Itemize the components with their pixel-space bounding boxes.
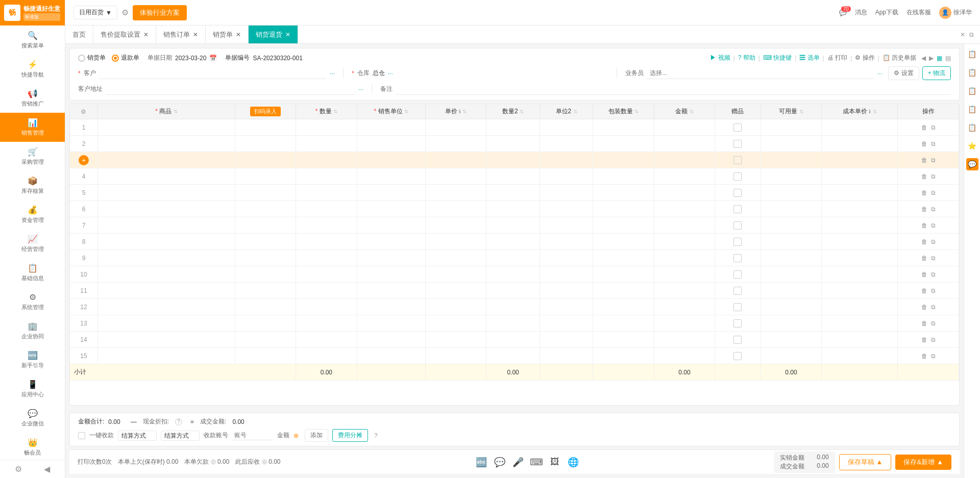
app-download-link[interactable]: App下载 bbox=[875, 8, 898, 17]
sidebar-item-basic[interactable]: 📋 基础信息 bbox=[0, 258, 65, 287]
gift-checkbox-11[interactable] bbox=[733, 287, 742, 295]
sort-icon-unit[interactable]: ⇅ bbox=[404, 109, 408, 114]
price-cell-13[interactable] bbox=[425, 315, 486, 332]
tab-sales[interactable]: 销货单 ✕ bbox=[206, 26, 249, 44]
calc-method-select[interactable]: 结算方式 bbox=[161, 431, 200, 441]
product-cell-1[interactable] bbox=[97, 119, 235, 136]
tab-price-settings[interactable]: 售价提取设置 ✕ bbox=[93, 26, 156, 44]
copy-icon-12[interactable]: ⧉ bbox=[931, 304, 936, 311]
account-input[interactable] bbox=[232, 431, 273, 440]
unit2-cell-2[interactable] bbox=[540, 136, 593, 152]
pkg-cell-15[interactable] bbox=[593, 348, 654, 364]
gift-cell-1[interactable] bbox=[715, 119, 761, 136]
amount-cell-6[interactable] bbox=[654, 201, 715, 217]
gift-cell-11[interactable] bbox=[715, 283, 761, 299]
gift-cell-4[interactable] bbox=[715, 168, 761, 185]
delete-icon-6[interactable]: 🗑 bbox=[921, 206, 927, 213]
copy-icon-2[interactable]: ⧉ bbox=[931, 140, 936, 147]
product-cell-4[interactable] bbox=[97, 168, 235, 185]
qty2-cell-4[interactable] bbox=[486, 168, 540, 185]
qty2-cell-1[interactable] bbox=[486, 119, 540, 136]
amount-cell-7[interactable] bbox=[654, 217, 715, 234]
sidebar-item-wechat[interactable]: 💬 企业微信 bbox=[0, 404, 65, 433]
settings-bottom-btn[interactable]: ⚙ bbox=[15, 464, 22, 474]
pkg-cell-1[interactable] bbox=[593, 119, 654, 136]
unit2-cell-5[interactable] bbox=[540, 185, 593, 201]
cost-cell-15[interactable] bbox=[822, 348, 898, 364]
qty2-cell-5[interactable] bbox=[486, 185, 540, 201]
delete-icon-15[interactable]: 🗑 bbox=[921, 353, 927, 360]
close-icon[interactable]: ✕ bbox=[285, 31, 290, 38]
sidebar-item-shortcut[interactable]: ⚡ 快捷导航 bbox=[0, 55, 65, 84]
qty-cell-1[interactable] bbox=[296, 119, 357, 136]
sidebar-item-guide[interactable]: 🆕 新手引导 bbox=[0, 345, 65, 374]
copy-icon-13[interactable]: ⧉ bbox=[931, 320, 936, 327]
save-new-btn[interactable]: 保存&新增 ▲ bbox=[895, 455, 951, 470]
sort-icon-qty[interactable]: ⇅ bbox=[333, 109, 337, 114]
amount-cell-5[interactable] bbox=[654, 185, 715, 201]
sort-icon-price[interactable]: ⇅ bbox=[462, 109, 467, 114]
unit2-cell-8[interactable] bbox=[540, 234, 593, 250]
customer-dots[interactable]: ··· bbox=[330, 70, 335, 77]
qty2-cell-12[interactable] bbox=[486, 299, 540, 315]
sort-icon-unit2[interactable]: ⇅ bbox=[573, 109, 577, 114]
unit2-cell-1[interactable] bbox=[540, 119, 593, 136]
sidebar-item-ops[interactable]: 📈 经营管理 bbox=[0, 229, 65, 258]
cost-cell-13[interactable] bbox=[822, 315, 898, 332]
gift-checkbox-3[interactable] bbox=[733, 156, 742, 164]
qty-cell-12[interactable] bbox=[296, 299, 357, 315]
amount-cell-10[interactable] bbox=[654, 266, 715, 283]
price-cell-7[interactable] bbox=[425, 217, 486, 234]
amount-cell-1[interactable] bbox=[654, 119, 715, 136]
address-input[interactable] bbox=[106, 83, 355, 95]
sidebar-item-search[interactable]: 🔍 搜索菜单 bbox=[0, 26, 65, 55]
gift-cell-14[interactable] bbox=[715, 332, 761, 348]
product-cell-6[interactable] bbox=[97, 201, 235, 217]
delete-icon-8[interactable]: 🗑 bbox=[921, 238, 927, 245]
unit-cell-4[interactable] bbox=[357, 168, 425, 185]
sort-icon-cost[interactable]: ⇅ bbox=[873, 109, 877, 114]
cost-cell-4[interactable] bbox=[822, 168, 898, 185]
next-record-icon[interactable]: ▶ bbox=[929, 55, 934, 62]
sidebar-item-appcenter[interactable]: 📱 应用中心 bbox=[0, 374, 65, 404]
amount-cell-12[interactable] bbox=[654, 299, 715, 315]
amount-cell-11[interactable] bbox=[654, 283, 715, 299]
unit-cell-3[interactable] bbox=[357, 152, 425, 168]
copy-icon-8[interactable]: ⧉ bbox=[931, 238, 936, 245]
sort-icon-avail[interactable]: ⇅ bbox=[799, 109, 803, 114]
qty2-cell-15[interactable] bbox=[486, 348, 540, 364]
avail-cell-15[interactable] bbox=[761, 348, 821, 364]
product-cell-15[interactable] bbox=[97, 348, 235, 364]
delete-icon-11[interactable]: 🗑 bbox=[921, 287, 927, 294]
unit-cell-8[interactable] bbox=[357, 234, 425, 250]
gift-checkbox-13[interactable] bbox=[733, 319, 742, 328]
amount-cell-15[interactable] bbox=[654, 348, 715, 364]
gift-checkbox-6[interactable] bbox=[733, 205, 742, 213]
shortcut-link[interactable]: ⌨ 快捷键 bbox=[763, 54, 792, 62]
qty-cell-15[interactable] bbox=[296, 348, 357, 364]
cost-cell-11[interactable] bbox=[822, 283, 898, 299]
add-row-btn[interactable]: + bbox=[79, 155, 89, 165]
video-link[interactable]: ▶ 视频 bbox=[710, 54, 730, 62]
unit-cell-1[interactable] bbox=[357, 119, 425, 136]
product-cell-11[interactable] bbox=[97, 283, 235, 299]
unit2-cell-12[interactable] bbox=[540, 299, 593, 315]
price-cell-4[interactable] bbox=[425, 168, 486, 185]
sort-icon-product[interactable]: ⇅ bbox=[174, 109, 178, 114]
staff-input[interactable] bbox=[647, 67, 874, 79]
product-cell-8[interactable] bbox=[97, 234, 235, 250]
close-window-icon[interactable]: ✕ bbox=[960, 31, 965, 38]
unit2-cell-14[interactable] bbox=[540, 332, 593, 348]
gift-checkbox-7[interactable] bbox=[733, 221, 742, 230]
delete-icon-3[interactable]: 🗑 bbox=[921, 157, 927, 164]
product-cell-3[interactable] bbox=[97, 152, 235, 168]
maximize-icon[interactable]: ⧉ bbox=[969, 31, 974, 38]
unit2-cell-11[interactable] bbox=[540, 283, 593, 299]
amount-cell-3[interactable] bbox=[654, 152, 715, 168]
qty-cell-10[interactable] bbox=[296, 266, 357, 283]
delete-icon-4[interactable]: 🗑 bbox=[921, 173, 927, 180]
pkg-cell-7[interactable] bbox=[593, 217, 654, 234]
copy-icon-3[interactable]: ⧉ bbox=[931, 157, 936, 164]
avail-cell-9[interactable] bbox=[761, 250, 821, 266]
select-link[interactable]: ☰ 选单 bbox=[799, 54, 819, 62]
